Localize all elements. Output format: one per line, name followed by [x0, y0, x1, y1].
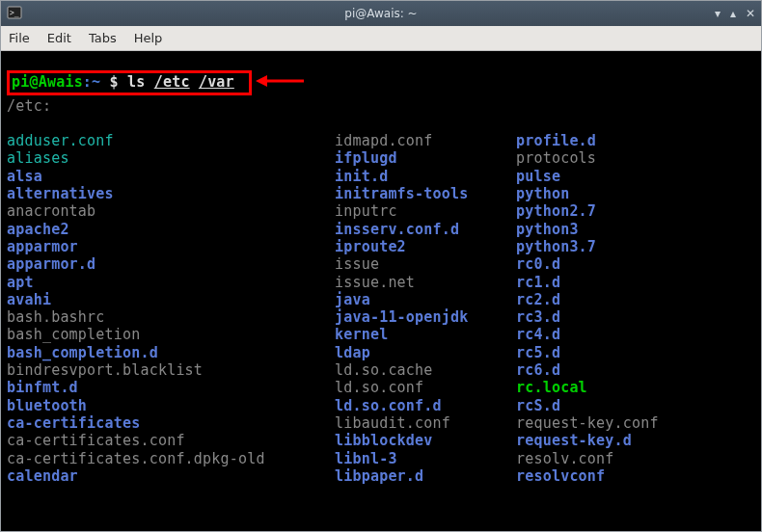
prompt-host: Awais	[39, 73, 83, 91]
ls-entry: ld.so.cache	[335, 361, 516, 379]
close-button[interactable]: ✕	[746, 7, 755, 20]
menu-help[interactable]: Help	[134, 31, 163, 45]
ls-entry: kernel	[335, 326, 516, 343]
ls-column-3: profile.dprotocolspulsepythonpython2.7py…	[516, 132, 755, 485]
prompt-path: ~	[92, 73, 100, 91]
ls-entry: ld.so.conf	[335, 379, 516, 396]
window-controls: ▾ ▴ ✕	[715, 1, 755, 26]
ls-entry: libnl-3	[335, 450, 516, 467]
ls-entry: rc2.d	[516, 291, 755, 308]
ls-entry: bash_completion	[7, 326, 335, 343]
ls-entry: python3	[516, 221, 755, 238]
ls-entry: protocols	[516, 149, 755, 167]
ls-entry: inputrc	[335, 202, 516, 220]
ls-entry: apparmor	[7, 238, 335, 255]
directory-header: /etc:	[7, 97, 755, 115]
command-arg1: /etc	[154, 73, 190, 91]
ls-entry: java	[335, 291, 516, 308]
ls-entry: issue.net	[335, 274, 516, 291]
ls-entry: pulse	[516, 168, 755, 185]
maximize-button[interactable]: ▴	[730, 7, 736, 20]
ls-entry: anacrontab	[7, 202, 335, 220]
command-arg2: /var	[199, 73, 234, 91]
ls-entry: resolv.conf	[516, 450, 755, 467]
ls-entry: python3.7	[516, 238, 755, 255]
ls-entry: ca-certificates	[7, 414, 335, 432]
terminal-output[interactable]: pi@Awais:~ $ ls /etc /var /etc: adduser.…	[1, 51, 761, 508]
menu-tabs[interactable]: Tabs	[89, 31, 117, 45]
ls-entry: rc0.d	[516, 255, 755, 273]
ls-entry: request-key.d	[516, 432, 755, 449]
ls-entry: java-11-openjdk	[335, 308, 516, 326]
ls-entry: libaudit.conf	[335, 414, 516, 432]
ls-entry: libpaper.d	[335, 467, 516, 485]
command: ls	[127, 73, 145, 91]
ls-entry: apache2	[7, 221, 335, 238]
ls-entry: binfmt.d	[7, 379, 335, 396]
ls-entry: apparmor.d	[7, 255, 335, 273]
ls-entry: profile.d	[516, 132, 755, 149]
ls-entry: ca-certificates.conf.dpkg-old	[7, 450, 335, 467]
minimize-button[interactable]: ▾	[715, 7, 721, 20]
ls-entry: initramfs-tools	[335, 185, 516, 202]
ls-entry: bluetooth	[7, 397, 335, 414]
ls-entry: rc4.d	[516, 326, 755, 343]
ls-column-1: adduser.confaliasesalsaalternativesanacr…	[7, 132, 335, 485]
ls-entry: aliases	[7, 149, 335, 167]
ls-entry: rc.local	[516, 379, 755, 396]
ls-entry: iproute2	[335, 238, 516, 255]
ls-entry: libblockdev	[335, 432, 516, 449]
ls-entry: alternatives	[7, 185, 335, 202]
ls-entry: rcS.d	[516, 397, 755, 414]
ls-entry: alsa	[7, 168, 335, 185]
ls-column-2: idmapd.confifplugdinit.dinitramfs-toolsi…	[335, 132, 516, 485]
titlebar[interactable]: >_ pi@Awais: ~ ▾ ▴ ✕	[1, 1, 761, 26]
ls-entry: rc3.d	[516, 308, 755, 326]
ls-entry: ifplugd	[335, 149, 516, 167]
window-title: pi@Awais: ~	[344, 7, 417, 20]
menu-file[interactable]: File	[9, 31, 30, 45]
ls-entry: bash.bashrc	[7, 308, 335, 326]
ls-entry: calendar	[7, 467, 335, 485]
ls-entry: python	[516, 185, 755, 202]
ls-entry: rc1.d	[516, 274, 755, 291]
prompt-at: @	[29, 73, 38, 91]
ls-entry: bindresvport.blacklist	[7, 361, 335, 379]
prompt-highlight-box: pi@Awais:~ $ ls /etc /var	[7, 70, 252, 94]
ls-entry: apt	[7, 274, 335, 291]
ls-entry: rc6.d	[516, 361, 755, 379]
prompt-user: pi	[12, 73, 29, 91]
ls-entry: avahi	[7, 291, 335, 308]
ls-entry: ca-certificates.conf	[7, 432, 335, 449]
ls-entry: bash_completion.d	[7, 344, 335, 361]
svg-text:>_: >_	[10, 9, 19, 17]
ls-entry: issue	[335, 255, 516, 273]
ls-columns: adduser.confaliasesalsaalternativesanacr…	[7, 132, 755, 485]
ls-entry: request-key.conf	[516, 414, 755, 432]
annotation-arrow-icon	[256, 73, 304, 93]
ls-entry: ldap	[335, 344, 516, 361]
ls-entry: resolvconf	[516, 467, 755, 485]
ls-entry: idmapd.conf	[335, 132, 516, 149]
ls-entry: init.d	[335, 168, 516, 185]
ls-entry: rc5.d	[516, 344, 755, 361]
svg-marker-3	[256, 75, 267, 87]
menubar: File Edit Tabs Help	[1, 26, 761, 51]
ls-entry: python2.7	[516, 202, 755, 220]
prompt-colon: :	[83, 73, 92, 91]
terminal-icon: >_	[7, 5, 22, 20]
prompt-dollar: $	[110, 73, 119, 91]
ls-entry: adduser.conf	[7, 132, 335, 149]
menu-edit[interactable]: Edit	[47, 31, 71, 45]
ls-entry: insserv.conf.d	[335, 221, 516, 238]
ls-entry: ld.so.conf.d	[335, 397, 516, 414]
